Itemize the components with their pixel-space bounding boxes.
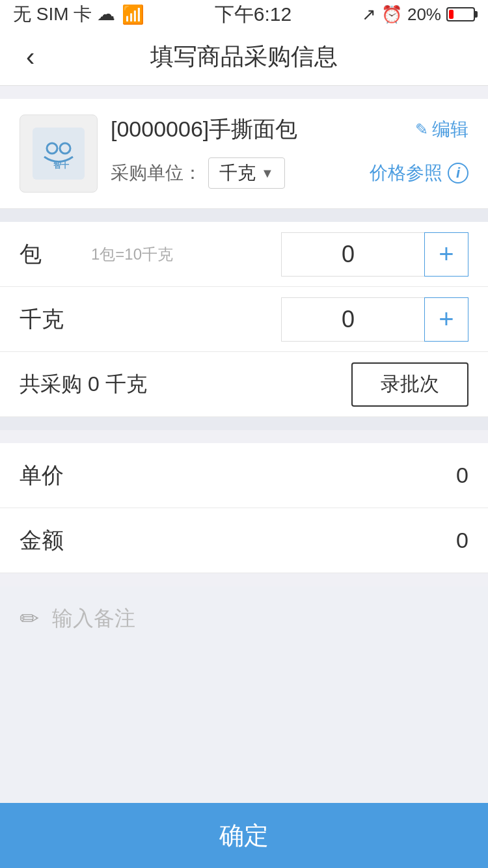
unit-selector-group: 采购单位： 千克 ▼ <box>111 157 285 189</box>
product-info: [0000006]手撕面包 ✎ 编辑 采购单位： 千克 ▼ 价格参照 i <box>111 115 468 189</box>
unit-row: 采购单位： 千克 ▼ 价格参照 i <box>111 157 468 189</box>
input-section: 包 1包=10千克 + 千克 + <box>0 222 488 352</box>
bag-sublabel: 1包=10千克 <box>91 244 281 265</box>
unit-label: 采购单位： <box>111 161 202 185</box>
kg-quantity-input[interactable] <box>281 297 424 342</box>
edit-button[interactable]: ✎ 编辑 <box>415 117 468 142</box>
back-button[interactable]: ‹ <box>20 36 41 78</box>
wifi-icon: 📶 <box>122 4 144 25</box>
notes-section[interactable]: ✏ 输入备注 <box>0 586 488 651</box>
edit-icon: ✎ <box>415 120 428 139</box>
total-row: 共采购 0 千克 录批次 <box>0 352 488 417</box>
bag-label: 包 <box>20 239 85 269</box>
edit-label: 编辑 <box>432 117 468 142</box>
amount-value: 0 <box>456 528 468 553</box>
price-ref-icon: i <box>448 163 468 183</box>
alarm-icon: ⏰ <box>381 5 402 25</box>
bag-quantity-input[interactable] <box>281 232 424 277</box>
kg-input-group: + <box>281 297 468 342</box>
section-divider-1 <box>0 209 488 222</box>
product-card: 智十 [0000006]手撕面包 ✎ 编辑 采购单位： 千克 ▼ 价格参照 <box>0 99 488 209</box>
battery-icon <box>446 7 475 21</box>
svg-text:智十: 智十 <box>53 161 70 170</box>
amount-label: 金额 <box>20 526 64 556</box>
unit-dropdown-arrow: ▼ <box>261 166 274 181</box>
status-right: ↗ ⏰ 20% <box>362 5 475 25</box>
notes-placeholder: 输入备注 <box>52 604 135 633</box>
nav-bar: ‹ 填写商品采购信息 <box>0 29 488 86</box>
bag-input-row: 包 1包=10千克 + <box>0 222 488 287</box>
product-name: [0000006]手撕面包 <box>111 115 297 144</box>
svg-point-1 <box>60 143 70 154</box>
page-title: 填写商品采购信息 <box>150 41 338 73</box>
sim-status: 无 SIM 卡 ☁ <box>13 2 115 27</box>
product-name-row: [0000006]手撕面包 ✎ 编辑 <box>111 115 468 144</box>
unit-value: 千克 <box>219 161 256 185</box>
logo-svg: 智十 <box>39 134 78 173</box>
unit-price-value: 0 <box>456 463 468 488</box>
total-amount: 0 <box>88 372 100 396</box>
unit-select[interactable]: 千克 ▼ <box>208 157 285 189</box>
unit-price-label: 单价 <box>20 461 64 491</box>
pencil-icon: ✏ <box>20 605 39 632</box>
svg-point-0 <box>47 143 57 154</box>
kg-input-row: 千克 + <box>0 287 488 352</box>
record-batch-button[interactable]: 录批次 <box>351 362 468 407</box>
status-time: 下午6:12 <box>215 1 291 28</box>
price-section: 单价 0 金额 0 <box>0 443 488 573</box>
kg-plus-button[interactable]: + <box>424 297 468 342</box>
status-left: 无 SIM 卡 ☁ 📶 <box>13 2 144 27</box>
status-bar: 无 SIM 卡 ☁ 📶 下午6:12 ↗ ⏰ 20% <box>0 0 488 29</box>
bag-plus-button[interactable]: + <box>424 232 468 277</box>
section-divider-2 <box>0 417 488 430</box>
product-image: 智十 <box>20 115 98 193</box>
price-ref-label: 价格参照 <box>370 161 442 185</box>
bag-input-group: + <box>281 232 468 277</box>
confirm-button[interactable]: 确定 <box>0 803 488 868</box>
total-text: 共采购 0 千克 <box>20 370 147 399</box>
price-reference-button[interactable]: 价格参照 i <box>370 161 468 185</box>
product-logo: 智十 <box>33 128 85 180</box>
kg-label: 千克 <box>20 305 85 334</box>
battery-percent: 20% <box>407 5 441 25</box>
unit-price-row: 单价 0 <box>0 443 488 508</box>
location-icon: ↗ <box>362 5 376 25</box>
amount-row: 金额 0 <box>0 508 488 573</box>
